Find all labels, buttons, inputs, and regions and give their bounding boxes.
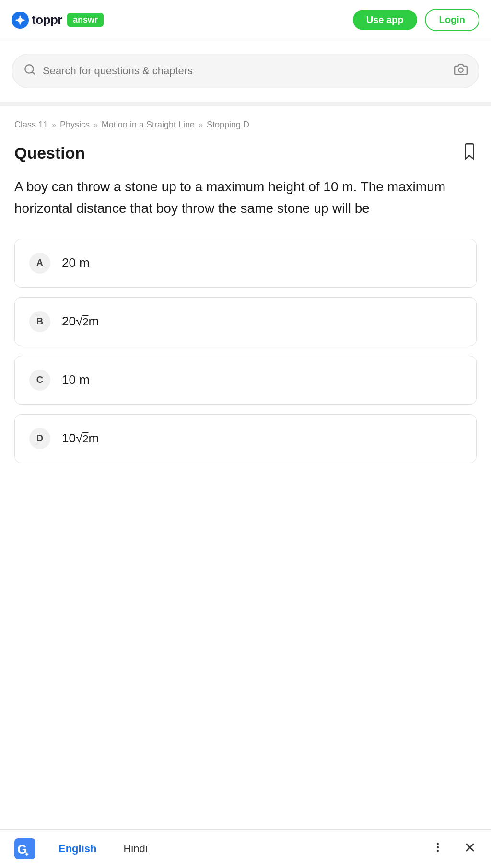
options-list: A 20 m B 20√2m C 10 m D 10√2m: [14, 239, 477, 463]
svg-point-10: [437, 850, 439, 852]
option-c-letter: C: [29, 370, 50, 391]
option-a-letter: A: [29, 253, 50, 274]
breadcrumb-subject[interactable]: Physics: [60, 120, 90, 130]
bookmark-icon[interactable]: [462, 143, 477, 163]
close-icon[interactable]: [463, 841, 477, 857]
breadcrumb-sep-1: »: [52, 121, 56, 129]
svg-text:✦: ✦: [24, 850, 30, 858]
english-language-button[interactable]: English: [55, 841, 100, 857]
svg-line-3: [32, 72, 35, 74]
svg-point-8: [437, 843, 439, 845]
search-icon: [23, 63, 36, 79]
google-translate-icon: G ✦: [14, 838, 35, 859]
option-a-text: 20 m: [62, 255, 90, 270]
header-right: Use app Login: [353, 9, 479, 31]
search-input[interactable]: [43, 65, 447, 77]
option-d-letter: D: [29, 428, 50, 449]
svg-point-4: [458, 68, 463, 72]
breadcrumb-sep-2: »: [94, 121, 98, 129]
option-b[interactable]: B 20√2m: [14, 297, 477, 346]
option-d-text: 10√2m: [62, 431, 99, 446]
answr-badge: answr: [67, 13, 104, 27]
breadcrumb-class[interactable]: Class 11: [14, 120, 48, 130]
toppr-icon: [12, 12, 29, 29]
login-button[interactable]: Login: [425, 9, 479, 31]
option-b-letter: B: [29, 311, 50, 332]
search-bar-container: [12, 54, 479, 88]
breadcrumb-chapter[interactable]: Motion in a Straight Line: [102, 120, 195, 130]
option-d[interactable]: D 10√2m: [14, 414, 477, 463]
section-divider: [0, 102, 491, 106]
option-b-text: 20√2m: [62, 314, 99, 329]
main-content: Class 11 » Physics » Motion in a Straigh…: [0, 106, 491, 476]
more-options-icon[interactable]: [432, 841, 444, 857]
question-header: Question: [14, 143, 477, 163]
toppr-logo: toppr: [12, 12, 62, 29]
bottom-bar: G ✦ English Hindi: [0, 829, 491, 868]
toppr-brand-name: toppr: [32, 12, 62, 27]
svg-point-9: [437, 846, 439, 848]
option-c-text: 10 m: [62, 372, 90, 387]
question-section-title: Question: [14, 144, 85, 162]
breadcrumb-sep-3: »: [199, 121, 203, 129]
question-text: A boy can throw a stone up to a maximum …: [14, 176, 477, 220]
search-section: [0, 40, 491, 102]
option-c[interactable]: C 10 m: [14, 356, 477, 405]
use-app-button[interactable]: Use app: [353, 10, 417, 30]
option-a[interactable]: A 20 m: [14, 239, 477, 288]
app-header: toppr answr Use app Login: [0, 0, 491, 40]
svg-point-1: [18, 18, 23, 23]
header-left: toppr answr: [12, 12, 104, 29]
breadcrumb: Class 11 » Physics » Motion in a Straigh…: [14, 120, 477, 130]
hindi-language-button[interactable]: Hindi: [119, 841, 151, 857]
breadcrumb-topic[interactable]: Stopping D: [207, 120, 249, 130]
camera-icon[interactable]: [454, 63, 468, 79]
bottom-spacer: [0, 476, 491, 524]
